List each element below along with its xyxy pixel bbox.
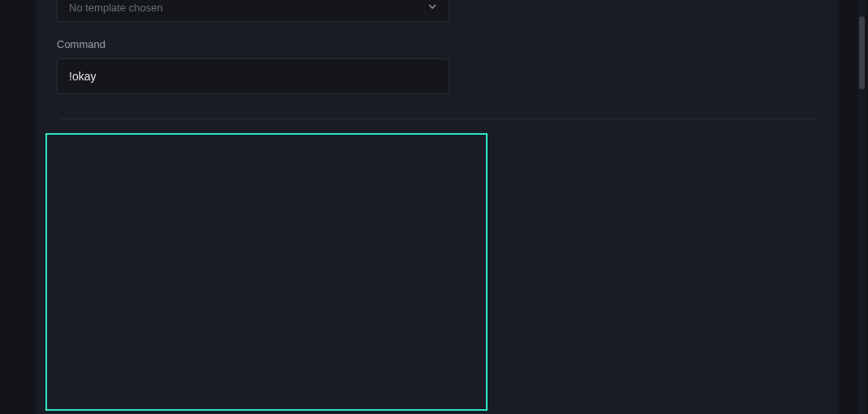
template-placeholder: No template chosen xyxy=(69,2,163,14)
action-select[interactable]: Bot sends in channel xyxy=(57,175,449,216)
chevron-down-icon xyxy=(428,2,437,14)
command-label: Command xyxy=(57,38,105,50)
crown-icon: 👑 xyxy=(165,336,181,348)
command-value: !okay xyxy=(69,70,96,83)
chevron-up-icon xyxy=(427,189,436,202)
template-select[interactable]: No template chosen xyxy=(57,0,449,22)
action-dropdown: Bot sends in channel Bot responds with B… xyxy=(57,224,449,362)
settings-panel: No template chosen Command !okay Action … xyxy=(36,0,839,414)
character-counter: 30 / 2000 xyxy=(57,386,449,398)
command-input[interactable]: !okay xyxy=(57,58,449,94)
dropdown-item-sends-in-channel[interactable]: Bot sends in channel xyxy=(61,228,445,261)
dropdown-item-gives-roles[interactable]: Bot gives roles 👑 xyxy=(61,293,445,326)
section-divider xyxy=(60,119,816,119)
dropdown-item-label: Bot gives roles xyxy=(72,304,141,316)
dropdown-item-label: Bot removes roles xyxy=(72,336,157,348)
dropdown-item-removes-roles[interactable]: Bot removes roles 👑 xyxy=(61,326,445,358)
action-label: Action xyxy=(57,142,95,156)
dropdown-item-label: Bot responds with xyxy=(72,271,156,283)
scrollbar-thumb[interactable] xyxy=(859,16,865,89)
crown-icon: 👑 xyxy=(149,304,165,316)
dropdown-item-label: Bot sends in channel xyxy=(72,239,170,251)
dropdown-item-responds-with[interactable]: Bot responds with xyxy=(61,261,445,293)
scrollbar-track[interactable] xyxy=(858,0,866,414)
action-selected-value: Bot sends in channel xyxy=(70,189,175,202)
